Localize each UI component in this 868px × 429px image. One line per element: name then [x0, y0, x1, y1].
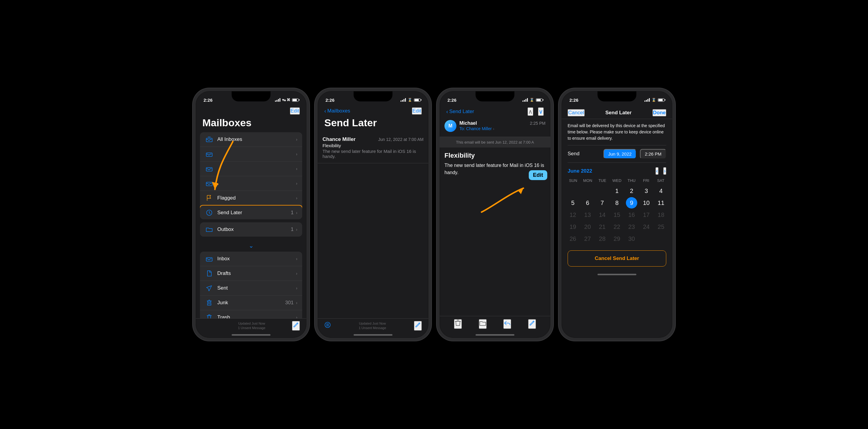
- cal-day[interactable]: 21: [597, 221, 608, 232]
- collapse-button[interactable]: ⌄: [200, 240, 302, 252]
- svg-rect-3: [206, 182, 212, 186]
- cal-day[interactable]: 26: [567, 233, 579, 245]
- cal-day[interactable]: 29: [611, 233, 623, 245]
- done-button-4[interactable]: Done: [652, 109, 666, 116]
- list-item[interactable]: ›: [200, 162, 302, 176]
- chevron-icon: ›: [296, 181, 298, 186]
- drafts-item[interactable]: Drafts ›: [200, 266, 302, 281]
- cal-day: [641, 233, 652, 245]
- trash-item[interactable]: Trash ›: [200, 310, 302, 318]
- bottom-bar-1: Updated Just Now 1 Unsent Message: [196, 318, 306, 332]
- cal-day: [597, 185, 608, 197]
- svg-rect-0: [206, 138, 212, 142]
- send-later-list-title: Send Later: [318, 116, 428, 132]
- email-sender-name: Michael: [459, 120, 477, 126]
- cal-day[interactable]: 3: [641, 185, 652, 197]
- send-later-item[interactable]: Send Later 1 ›: [200, 205, 302, 219]
- cal-day[interactable]: 10: [641, 197, 652, 208]
- inbox-icon-3: [205, 180, 214, 187]
- list-item[interactable]: . ›: [200, 176, 302, 191]
- send-date-picker[interactable]: Jun 9, 2022: [603, 149, 637, 159]
- cal-day[interactable]: 2: [626, 185, 637, 197]
- back-button-2[interactable]: ‹ Mailboxes: [324, 108, 350, 114]
- list-item[interactable]: ›: [200, 147, 302, 162]
- cal-day[interactable]: 25: [655, 221, 666, 232]
- reply-button-3[interactable]: [503, 319, 511, 329]
- outbox-item[interactable]: Outbox 1 ›: [200, 222, 302, 237]
- drafts-label: Drafts: [217, 270, 296, 277]
- next-month-button[interactable]: ›: [663, 167, 666, 175]
- phone3-content: ‹ Send Later ∧ ∨ M Michael 2:25 P: [440, 106, 550, 338]
- send-time-picker[interactable]: 2:26 PM: [640, 149, 666, 159]
- modal-header: Cancel Send Later Done: [562, 106, 672, 119]
- cal-day[interactable]: 4: [655, 185, 666, 197]
- cal-day[interactable]: 12: [567, 209, 579, 221]
- list-item[interactable]: All Inboxes ›: [200, 132, 302, 147]
- weekday-sat: SAT: [653, 177, 668, 184]
- cal-day[interactable]: 14: [597, 209, 608, 221]
- back-button-3[interactable]: ‹ Send Later: [446, 109, 474, 115]
- flagged-item[interactable]: Flagged ›: [200, 191, 302, 205]
- cal-day[interactable]: 27: [582, 233, 593, 245]
- email-list: Chance Miller Jun 12, 2022 at 7:00 AM Fl…: [318, 132, 428, 225]
- time-2: 2:26: [326, 97, 335, 103]
- signal-icon-2: [401, 98, 406, 102]
- cal-day[interactable]: 16: [626, 209, 637, 221]
- edit-button-2[interactable]: Edit: [412, 107, 422, 115]
- back-label-2: Mailboxes: [327, 108, 350, 114]
- inbox-icon-2: [205, 165, 214, 172]
- cal-day[interactable]: 20: [582, 221, 593, 232]
- cal-day[interactable]: 17: [641, 209, 652, 221]
- chevron-icon: ›: [296, 152, 298, 156]
- outbox-label: Outbox: [217, 226, 291, 232]
- sent-item[interactable]: Sent ›: [200, 281, 302, 295]
- email-to[interactable]: To: Chance Miller: [459, 126, 492, 131]
- cal-day[interactable]: 23: [626, 221, 637, 232]
- cal-day: [582, 185, 593, 197]
- compose-button-1[interactable]: [292, 321, 300, 331]
- edit-badge[interactable]: Edit: [529, 170, 547, 180]
- cal-day[interactable]: 24: [641, 221, 652, 232]
- cal-day[interactable]: 8: [611, 197, 623, 208]
- cal-day[interactable]: 15: [611, 209, 623, 221]
- cal-day[interactable]: 28: [597, 233, 608, 245]
- prev-email-button[interactable]: ∧: [528, 107, 533, 116]
- cal-day[interactable]: 19: [567, 221, 579, 232]
- cancel-button-4[interactable]: Cancel: [568, 109, 585, 116]
- cal-day[interactable]: 11: [655, 197, 666, 208]
- cal-day[interactable]: 13: [582, 209, 593, 221]
- cal-day-today[interactable]: 9: [626, 197, 637, 208]
- email-body-title: Flexibility: [440, 147, 550, 162]
- cal-day[interactable]: 30: [626, 233, 637, 245]
- avatar-3: M: [444, 120, 457, 132]
- send-label: Send: [568, 151, 600, 157]
- cal-day[interactable]: 18: [655, 209, 666, 221]
- cal-day[interactable]: 1: [611, 185, 623, 197]
- edit-button-1[interactable]: Edit: [290, 107, 300, 115]
- cancel-send-later-button[interactable]: Cancel Send Later: [568, 250, 666, 266]
- folder-button-3[interactable]: [479, 319, 487, 329]
- list-item[interactable]: Chance Miller Jun 12, 2022 at 7:00 AM Fl…: [318, 132, 428, 163]
- delete-button-3[interactable]: [454, 319, 462, 329]
- chevron-icon: ›: [296, 210, 298, 215]
- filter-button[interactable]: [324, 322, 331, 330]
- inbox-item[interactable]: Inbox ›: [200, 252, 302, 266]
- prev-month-button[interactable]: ‹: [655, 167, 658, 175]
- compose-button-3[interactable]: [528, 319, 536, 329]
- send-later-label: Send Later: [217, 210, 291, 216]
- next-email-button[interactable]: ∨: [538, 107, 544, 116]
- cal-day[interactable]: 6: [582, 197, 593, 208]
- cal-day: [567, 185, 579, 197]
- cal-day[interactable]: 7: [597, 197, 608, 208]
- folder-icon: [205, 226, 214, 233]
- cal-day[interactable]: 5: [567, 197, 579, 208]
- battery-icon-3: [536, 98, 542, 102]
- drafts-icon: [205, 270, 214, 277]
- compose-button-2[interactable]: [414, 321, 422, 331]
- junk-item[interactable]: Junk 301 ›: [200, 295, 302, 310]
- cal-day[interactable]: 22: [611, 221, 623, 232]
- bottom-text-2: Updated Just Now 1 Unsent Message: [359, 321, 386, 331]
- svg-marker-8: [518, 188, 523, 194]
- home-indicator: [196, 332, 306, 338]
- junk-count: 301: [285, 300, 293, 306]
